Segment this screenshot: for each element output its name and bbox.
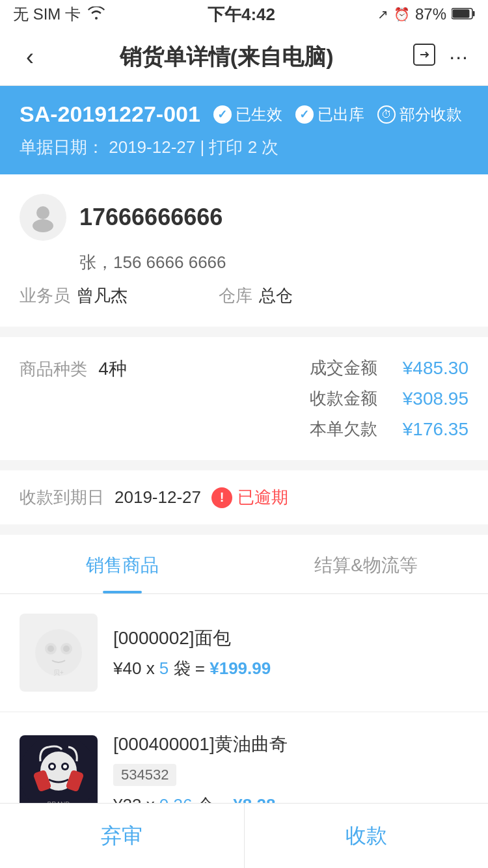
collection-row: 收款金额 ¥308.95: [310, 387, 468, 410]
svg-rect-2: [452, 10, 469, 18]
product-unit-1: 袋: [174, 658, 191, 678]
share-icon[interactable]: [413, 43, 436, 71]
status-bar-time: 下午4:42: [208, 3, 275, 26]
svg-point-9: [47, 645, 54, 652]
product-info-1: [0000002]面包 ¥40 x 5 袋 = ¥199.99: [113, 626, 468, 680]
carrier-text: 无 SIM 卡: [13, 4, 81, 25]
customer-meta: 业务员 曾凡杰 仓库 总仓: [20, 284, 468, 307]
customer-contact: 张，156 6666 6666: [20, 251, 468, 274]
tab-products[interactable]: 销售商品: [0, 535, 244, 593]
svg-point-17: [63, 765, 67, 768]
warehouse-item: 仓库 总仓: [219, 284, 293, 307]
battery-text: 87%: [415, 5, 446, 23]
svg-point-16: [50, 765, 54, 768]
overdue-icon: !: [211, 487, 232, 508]
tab-products-label: 销售商品: [86, 555, 159, 575]
status-bar-left: 无 SIM 卡: [13, 4, 105, 25]
collect-payment-label: 收款: [346, 822, 387, 850]
overdue-badge: ! 已逾期: [211, 486, 288, 509]
status-effective-label: 已生效: [236, 104, 282, 125]
sales-person-item: 业务员 曾凡杰: [20, 284, 128, 307]
tab-settlement[interactable]: 结算&物流等: [244, 535, 488, 593]
page-title: 销货单详情(来自电脑): [120, 42, 334, 72]
warehouse-value: 总仓: [259, 284, 293, 307]
summary-right: 成交金额 ¥485.30 收款金额 ¥308.95 本单欠款 ¥176.35: [310, 357, 468, 441]
customer-id: 17666666666: [79, 204, 223, 231]
svg-point-10: [63, 645, 70, 652]
order-date-row: 单据日期： 2019-12-27 | 打印 2 次: [20, 136, 468, 159]
type-label: 商品种类: [20, 359, 87, 379]
amount-label: 成交金额: [310, 357, 377, 379]
due-date-label: 收款到期日: [20, 486, 104, 509]
sales-person-label: 业务员: [20, 284, 70, 307]
order-date: 2019-12-27: [109, 137, 195, 157]
due-date-section: 收款到期日 2019-12-27 ! 已逾期: [0, 470, 488, 524]
product-thumb-1: 贝+: [20, 614, 98, 692]
wifi-icon: [87, 5, 105, 23]
product-name-1: [0000002]面包: [113, 626, 468, 651]
status-shipped-label: 已出库: [318, 104, 364, 125]
amount-row: 成交金额 ¥485.30: [310, 357, 468, 379]
product-qty-1: 5: [159, 658, 169, 678]
order-id: SA-20191227-001: [20, 102, 200, 127]
svg-text:贝+: 贝+: [53, 669, 64, 676]
list-item: 贝+ [0000002]面包 ¥40 x 5 袋 = ¥199.99: [0, 594, 488, 711]
status-shipped: ✓ 已出库: [295, 104, 364, 125]
tabs-section: 销售商品 结算&物流等: [0, 535, 488, 594]
avatar: [20, 194, 66, 241]
status-bar-right: ↗ ⏰ 87%: [377, 5, 475, 23]
svg-rect-1: [472, 11, 474, 16]
bottom-bar: 弃审 收款: [0, 803, 488, 868]
order-header: SA-20191227-001 ✓ 已生效 ✓ 已出库 ⏱ 部分收款 单据日期：…: [0, 86, 488, 174]
product-name-2: [000400001]黄油曲奇: [113, 732, 468, 757]
due-date-value: 2019-12-27: [115, 487, 201, 508]
type-count: 4种: [98, 359, 127, 379]
summary-left: 商品种类 4种: [20, 357, 127, 381]
status-effective: ✓ 已生效: [213, 104, 282, 125]
debt-label: 本单欠款: [310, 418, 377, 441]
date-label: 单据日期：: [20, 137, 104, 157]
clock-icon: ⏱: [377, 105, 396, 124]
status-partial: ⏱ 部分收款: [377, 104, 462, 125]
svg-point-4: [36, 206, 49, 219]
print-label: 打印: [209, 137, 243, 157]
product-tag-2: 534532: [113, 764, 176, 786]
print-count: 2: [248, 137, 257, 157]
check-icon-2: ✓: [295, 105, 314, 124]
overdue-label: 已逾期: [237, 486, 288, 509]
product-price-row-1: ¥40 x 5 袋 = ¥199.99: [113, 657, 468, 680]
nav-actions: ···: [413, 43, 468, 71]
print-unit: 次: [262, 137, 278, 157]
status-partial-label: 部分收款: [400, 104, 462, 125]
svg-point-5: [33, 219, 53, 232]
status-bar: 无 SIM 卡 下午4:42 ↗ ⏰ 87%: [0, 0, 488, 29]
order-id-row: SA-20191227-001 ✓ 已生效 ✓ 已出库 ⏱ 部分收款: [20, 102, 468, 127]
collection-value: ¥308.95: [390, 388, 468, 409]
sales-person-value: 曾凡杰: [77, 284, 128, 307]
cancel-review-label: 弃审: [101, 822, 142, 850]
print-separator: |: [200, 137, 209, 157]
customer-header: 17666666666: [20, 194, 468, 241]
cancel-review-button[interactable]: 弃审: [0, 804, 245, 868]
product-unit-price-1: ¥40: [113, 658, 141, 678]
collection-label: 收款金额: [310, 387, 377, 410]
product-thumb-2: BRAND: [20, 735, 98, 813]
tab-settlement-label: 结算&物流等: [314, 555, 418, 575]
warehouse-label: 仓库: [219, 284, 252, 307]
back-button[interactable]: ‹: [20, 37, 40, 77]
customer-section: 17666666666 张，156 6666 6666 业务员 曾凡杰 仓库 总…: [0, 174, 488, 327]
check-icon-1: ✓: [213, 105, 232, 124]
amount-value: ¥485.30: [390, 358, 468, 379]
product-total-1: ¥199.99: [210, 658, 271, 678]
debt-value: ¥176.35: [390, 419, 468, 440]
nav-bar: ‹ 销货单详情(来自电脑) ···: [0, 29, 488, 86]
battery-icon: [452, 5, 475, 23]
summary-section: 商品种类 4种 成交金额 ¥485.30 收款金额 ¥308.95 本单欠款 ¥…: [0, 337, 488, 460]
debt-row: 本单欠款 ¥176.35: [310, 418, 468, 441]
more-icon[interactable]: ···: [449, 45, 468, 69]
tabs-row: 销售商品 结算&物流等: [0, 535, 488, 594]
alarm-icon: ⏰: [394, 7, 410, 22]
collect-payment-button[interactable]: 收款: [245, 804, 489, 868]
location-icon: ↗: [377, 7, 388, 22]
